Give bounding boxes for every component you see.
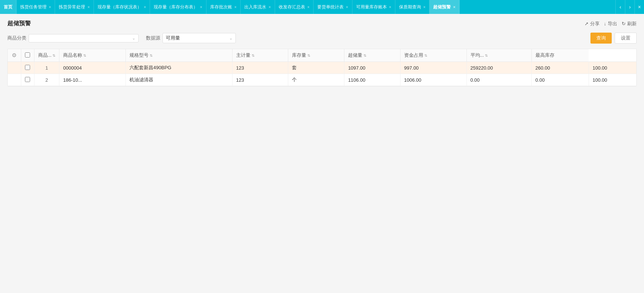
row-spec: 123 [232, 62, 288, 74]
row-capital: 0.00 [466, 74, 531, 86]
row-product-name: 六配套新昌490BPG [126, 62, 233, 74]
tab-close-icon[interactable]: × [234, 5, 237, 9]
export-icon: ↓ [604, 21, 607, 26]
datasource-value: 可用量 [166, 35, 180, 41]
row-over-stock: 997.00 [400, 62, 466, 74]
nav-tab-6[interactable]: 出入库流水× [241, 0, 275, 14]
row-max-stock: 100.00 [589, 62, 636, 74]
nav-tab-9[interactable]: 可用量库存账本× [352, 0, 395, 14]
col-gear[interactable]: ⚙ [8, 49, 21, 62]
col-max-stock[interactable]: 最高库存 [531, 49, 589, 62]
header-actions: ➚ 分享 ↓ 导出 ↻ 刷新 [585, 21, 637, 27]
row-product-code: 186-10... [59, 74, 126, 86]
tab-close-icon[interactable]: × [144, 5, 146, 9]
nav-tab-1[interactable]: 拣货任务管理× [17, 0, 55, 14]
nav-tab-0[interactable]: 首页 [0, 0, 17, 14]
top-nav: 首页拣货任务管理×拣货异常处理×现存量（库存状况表）×现存量（库存分布表）×库存… [0, 0, 644, 14]
nav-tab-11[interactable]: 超储预警× [429, 0, 459, 14]
refresh-icon: ↻ [622, 21, 626, 26]
nav-tab-5[interactable]: 库存批次账× [206, 0, 241, 14]
row-product-name: 机油滤清器 [126, 74, 233, 86]
filter-row: 商品分类 ⌄ 数据源 可用量 ⌄ 查询 设置 [7, 33, 637, 44]
tab-close-icon[interactable]: × [200, 5, 202, 9]
col-over-stock[interactable]: 超储量⇅ [344, 49, 400, 62]
nav-next-btn[interactable]: › [625, 0, 634, 14]
nav-tab-4[interactable]: 现存量（库存分布表）× [150, 0, 206, 14]
category-label: 商品分类 [7, 35, 26, 41]
tab-close-icon[interactable]: × [307, 5, 310, 9]
col-capital[interactable]: 资金占用⇅ [400, 49, 466, 62]
col-spec[interactable]: 规格型号⇅ [126, 49, 233, 62]
nav-tab-3[interactable]: 现存量（库存状况表）× [94, 0, 150, 14]
tab-close-icon[interactable]: × [87, 5, 89, 9]
col-product-code[interactable]: 商品...⇅ [34, 49, 59, 62]
row-index: 2 [34, 74, 59, 86]
row-over-stock: 1006.00 [400, 74, 466, 86]
datasource-filter: 数据源 可用量 ⌄ [146, 33, 236, 43]
refresh-button[interactable]: ↻ 刷新 [622, 21, 637, 27]
row-checkbox-cell[interactable] [21, 62, 34, 74]
col-product-name[interactable]: 商品名称⇅ [59, 49, 126, 62]
datasource-label: 数据源 [146, 35, 160, 41]
row-product-code: 0000004 [59, 62, 126, 74]
row-spec: 123 [232, 74, 288, 86]
export-button[interactable]: ↓ 导出 [604, 21, 618, 27]
row-avg: 0.00 [531, 74, 589, 86]
page-wrapper: 超储预警 ➚ 分享 ↓ 导出 ↻ 刷新 商品分类 ⌄ 数据源 [0, 14, 644, 92]
nav-tab-7[interactable]: 收发存汇总表× [275, 0, 314, 14]
col-unit[interactable]: 主计量⇅ [232, 49, 288, 62]
col-stock[interactable]: 库存量⇅ [288, 49, 344, 62]
tab-close-icon[interactable]: × [49, 5, 51, 9]
category-arrow-icon: ⌄ [132, 36, 135, 41]
row-checkbox[interactable] [25, 77, 30, 82]
query-button[interactable]: 查询 [590, 33, 612, 44]
datasource-arrow-icon: ⌄ [229, 36, 233, 41]
select-all-checkbox[interactable] [25, 52, 30, 58]
tab-close-icon[interactable]: × [453, 5, 455, 9]
category-select[interactable]: ⌄ [29, 34, 139, 42]
table-row: 1 0000004 六配套新昌490BPG 123 套 1097.00 997.… [8, 62, 636, 74]
share-button[interactable]: ➚ 分享 [585, 21, 600, 27]
row-avg: 260.00 [531, 62, 589, 74]
settings-button[interactable]: 设置 [615, 33, 637, 44]
row-unit: 套 [288, 62, 344, 74]
row-stock: 1097.00 [344, 62, 400, 74]
page-header: 超储预警 ➚ 分享 ↓ 导出 ↻ 刷新 [7, 20, 637, 27]
row-gear-cell [8, 62, 21, 74]
tab-close-icon[interactable]: × [268, 5, 271, 9]
col-avg[interactable]: 平均...⇅ [466, 49, 531, 62]
data-table: ⚙ 商品...⇅ 商品名称⇅ 规格型号⇅ 主计量⇅ 库存量⇅ 超储量⇅ 资金占用… [7, 49, 637, 86]
table-row: 2 186-10... 机油滤清器 123 个 1106.00 1006.00 … [8, 74, 636, 86]
tab-close-icon[interactable]: × [346, 5, 348, 9]
nav-tab-10[interactable]: 保质期查询× [395, 0, 429, 14]
nav-tab-8[interactable]: 要货单统计表× [314, 0, 352, 14]
row-gear-cell [8, 74, 21, 86]
col-checkbox-header[interactable] [21, 49, 34, 62]
table-header-row: ⚙ 商品...⇅ 商品名称⇅ 规格型号⇅ 主计量⇅ 库存量⇅ 超储量⇅ 资金占用… [8, 49, 636, 62]
category-filter: 商品分类 ⌄ [7, 34, 139, 42]
row-max-stock: 100.00 [589, 74, 636, 86]
nav-prev-btn[interactable]: ‹ [615, 0, 625, 14]
tab-close-icon[interactable]: × [389, 5, 391, 9]
nav-close-btn[interactable]: × [634, 0, 644, 14]
page-title: 超储预警 [7, 20, 31, 27]
row-capital: 259220.00 [466, 62, 531, 74]
settings-col-icon[interactable]: ⚙ [12, 52, 17, 58]
datasource-select[interactable]: 可用量 ⌄ [162, 33, 236, 43]
tab-close-icon[interactable]: × [423, 5, 425, 9]
row-stock: 1106.00 [344, 74, 400, 86]
share-icon: ➚ [585, 21, 589, 26]
row-checkbox[interactable] [25, 65, 30, 70]
row-checkbox-cell[interactable] [21, 74, 34, 86]
row-index: 1 [34, 62, 59, 74]
filter-buttons: 查询 设置 [590, 33, 637, 44]
nav-arrows: ‹ › × [615, 0, 644, 14]
nav-tab-2[interactable]: 拣货异常处理× [55, 0, 94, 14]
row-unit: 个 [288, 74, 344, 86]
